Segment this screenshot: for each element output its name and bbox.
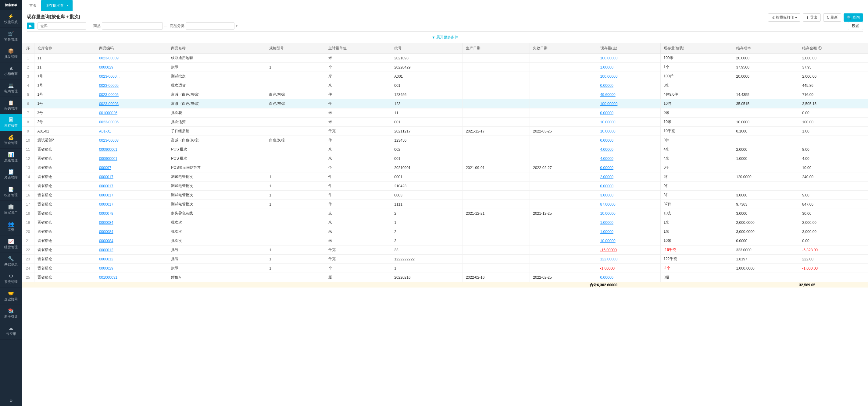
tab-inventory-batch[interactable]: 库存批次查 × (41, 0, 73, 11)
finance-icon: 💰 (1, 134, 21, 140)
purchase-icon: 📋 (1, 100, 21, 106)
sidebar-item-hr[interactable]: 👥 工资 (0, 218, 22, 235)
export-button[interactable]: ⬆ 导出 (803, 13, 821, 22)
table-row: 1110023-00009软取通用地套米2021098100.00000100米… (22, 54, 868, 63)
col-cost: 结存成本 (733, 43, 799, 54)
hr-icon: 👥 (1, 221, 21, 227)
ec-icon: 💻 (1, 82, 21, 88)
query-button[interactable]: 🔍 查询 (844, 13, 863, 22)
quick-nav-icon: ⚡ (1, 13, 21, 19)
sidebar-item-ec[interactable]: 💻 电商管理 (0, 79, 22, 97)
export-icon: ⬆ (806, 15, 809, 20)
col-qty-pack: 现存量(包装) (660, 43, 733, 54)
sidebar-item-cloud[interactable]: ☁ 云应用 (0, 322, 22, 340)
table-row: 24晋省稻仓0000029旗际1个1-1.00000-1个1,000.0000-… (22, 264, 868, 273)
fixed-asset-icon: 🏢 (1, 204, 21, 209)
sidebar-item-tax[interactable]: 📑 税务管理 (0, 183, 22, 201)
table-row: 72号001000026批次花米110.000000米0.00 (22, 108, 868, 117)
product-filter-group: 商品 ... (93, 22, 167, 30)
table-row: 16晋省稻仓0000017测试电管批次1件00033.000003件3.0000… (22, 191, 868, 200)
category-label: 商品分类 (170, 24, 184, 29)
settings-button[interactable]: 设置 (848, 22, 863, 30)
sidebar-item-basic[interactable]: 🔧 基础信息 (0, 253, 22, 270)
table-row: 82号0023-00005批次适贺米00110.0000010米10.00001… (22, 117, 868, 127)
product-label: 商品 (93, 24, 101, 29)
sidebar-item-collab[interactable]: 🤝 企业协同 (0, 287, 22, 305)
footer-label: 合计 (22, 282, 597, 287)
inventory-icon: 🗄 (1, 117, 21, 123)
sidebar-item-guide[interactable]: 📚 新手引导 (0, 305, 22, 322)
col-spec: 规格型号 (266, 43, 325, 54)
table-row: 22晋省稻仓0000012批号1千克33-16.00000-16千克333.00… (22, 245, 868, 255)
print-icon: 🖨 (771, 15, 775, 20)
sidebar-item-inventory[interactable]: 🗄 库存核查 (0, 114, 22, 131)
table-row: 15晋省稻仓0000017测试电管批次1件2104230.000000件 (22, 181, 868, 191)
col-seq: 序 (22, 43, 34, 54)
col-unit: 主计量单位 (325, 43, 391, 54)
sidebar-item-purchase[interactable]: 📋 采购管理 (0, 97, 22, 114)
table-row: 18晋省稻仓0000078多头异色灰线支22021-12-212021-12-2… (22, 209, 868, 218)
table-row: 2110000029旗际1个202204291.000001个37.950037… (22, 63, 868, 72)
footer-total-amount: 32,589.05 (799, 282, 868, 287)
sidebar-item-mini-ec[interactable]: 🛍 小额电商 (0, 62, 22, 79)
table-row: 51号0023-00005富减（白色/灰棕）白色/灰棕件12345649.600… (22, 90, 868, 99)
category-input[interactable] (186, 22, 235, 30)
warehouse-input[interactable] (37, 22, 86, 30)
page-title: 现存量查询(按仓库＋批次) (27, 14, 863, 20)
table-row: 10测试适贺20023-00008富减（白色/灰棕）白色/灰棕件1234560.… (22, 136, 868, 145)
tab-close-icon[interactable]: × (66, 4, 68, 7)
collab-icon: 🤝 (1, 291, 21, 296)
filter-expand-arrow[interactable]: ▶ (27, 23, 34, 29)
sidebar-settings[interactable]: ⚙ (0, 396, 22, 406)
table-row: 31号0023-0000...测试批次斤A001100.00000100斤20.… (22, 72, 868, 81)
refresh-button[interactable]: ↻ 刷新 (823, 13, 841, 22)
sidebar-item-wholesale[interactable]: 📦 批发管理 (0, 45, 22, 62)
sidebar-logo[interactable]: 搜索菜单 (0, 0, 22, 10)
filter-row: ▶ ... 商品 ... 商品分类 ▾ (27, 22, 863, 30)
product-ellipsis: ... (164, 24, 167, 28)
table-container[interactable]: 序 仓库名称 商品编码 商品名称 规格型号 主计量单位 批号 生产日期 失效日期… (22, 43, 868, 406)
tab-bar: 首页 库存批次查 × (22, 0, 868, 11)
sidebar-item-sys[interactable]: ⚙ 系统管理 (0, 270, 22, 287)
product-input[interactable] (102, 22, 163, 30)
sidebar-item-quick-nav[interactable]: ⚡ 快捷导航 (0, 10, 22, 28)
wholesale-icon: 📦 (1, 48, 21, 54)
guide-icon: 📚 (1, 308, 21, 314)
sidebar-item-fixed-asset[interactable]: 🏢 固定资产 (0, 201, 22, 218)
sidebar-item-retail[interactable]: 🛒 零售管理 (0, 28, 22, 45)
table-row: 20晋省稻仓0000084批次次米21.000001米3,000.00003,0… (22, 227, 868, 236)
footer-empty2 (733, 282, 799, 287)
table-footer: 合计 6,302.60000 32,589.05 (22, 282, 868, 287)
tab-home[interactable]: 首页 (25, 0, 41, 11)
retail-icon: 🛒 (1, 31, 21, 37)
table-row: 17晋省稻仓0000017测试电管批次1件111187.0000087件9.73… (22, 200, 868, 209)
sidebar-item-finance[interactable]: 💰 资金管理 (0, 131, 22, 149)
table-row: 41号0023-00005批次适贺米0010.000000米445.86 (22, 81, 868, 90)
tax-icon: 📑 (1, 187, 21, 192)
col-qty-main: 现存量(主) (597, 43, 660, 54)
sidebar-item-general[interactable]: 📊 总账管理 (0, 149, 22, 166)
refresh-icon: ↻ (827, 15, 830, 20)
table-row: 9A01-01A01-01子件组质销千克202112172021-12-1720… (22, 127, 868, 136)
sidebar-item-invoice[interactable]: 🧾 发票管理 (0, 166, 22, 183)
print-button[interactable]: 🖨 按模板打印 ▾ (768, 13, 800, 22)
sidebar-item-ops[interactable]: 📈 经营管理 (0, 235, 22, 253)
settings-icon: ⚙ (9, 399, 13, 403)
sys-icon: ⚙ (1, 273, 21, 279)
col-batch: 批号 (391, 43, 463, 54)
table-row: 61号0023-00008富减（白色/灰棕）白色/灰棕件123100.00000… (22, 99, 868, 108)
search-icon: 🔍 (847, 15, 851, 20)
table-row: 12晋省稻仓000900001POS 批次米0014.000004米1.0000… (22, 154, 868, 163)
table-header: 序 仓库名称 商品编码 商品名称 规格型号 主计量单位 批号 生产日期 失效日期… (22, 43, 868, 54)
col-exp-date: 失效日期 (530, 43, 597, 54)
col-warehouse: 仓库名称 (34, 43, 96, 54)
expand-conditions-btn[interactable]: ▼ 展开更多条件 (432, 34, 458, 41)
sidebar: 搜索菜单 ⚡ 快捷导航 🛒 零售管理 📦 批发管理 🛍 小额电商 💻 电商管理 … (0, 0, 22, 406)
category-chevron-icon: ▾ (236, 24, 238, 28)
table-row: 13晋省稻仓000097POS显示率防异常个202109012021-09-01… (22, 163, 868, 172)
table-row: 21晋省稻仓0000084批次次米310.0000010米0.00000.00 (22, 236, 868, 245)
basic-icon: 🔧 (1, 256, 21, 262)
footer-total-qty: 6,302.60000 (597, 282, 660, 287)
footer-empty1 (660, 282, 733, 287)
ops-icon: 📈 (1, 238, 21, 244)
